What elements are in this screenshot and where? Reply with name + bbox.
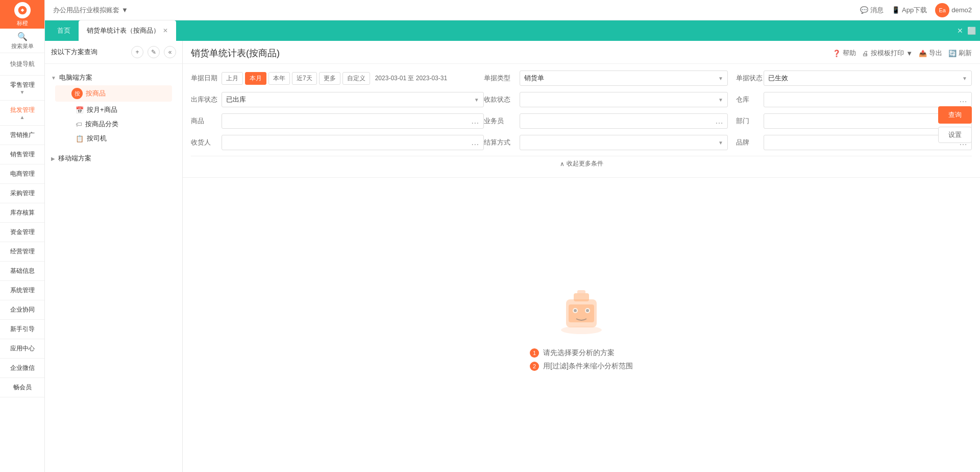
print-btn[interactable]: 🖨 按模板打印 ▼ <box>862 49 913 58</box>
sidebar-item-sales[interactable]: 销售管理 <box>0 145 45 164</box>
receipt-status-label: 收款状态 <box>484 95 520 104</box>
finance-label: 资金管理 <box>10 228 35 237</box>
tree-item-by-driver[interactable]: 📋 按司机 <box>51 131 176 146</box>
left-panel-tools: + ✎ « <box>131 46 176 58</box>
edit-scheme-btn[interactable]: ✎ <box>148 46 160 58</box>
tree-item-by-product[interactable]: 按 按商品 <box>55 85 172 102</box>
sidebar-item-inventory[interactable]: 库存核算 <box>0 203 45 223</box>
search-menu-item[interactable]: 🔍 搜索菜单 <box>0 29 45 53</box>
month-product-icon: 📅 <box>76 106 84 114</box>
salesperson-input[interactable]: … <box>520 113 728 129</box>
sidebar-item-marketing[interactable]: 营销推广 <box>0 126 45 145</box>
sidebar-item-finance[interactable]: 资金管理 <box>0 223 45 242</box>
doc-type-select[interactable]: 销货单 ▼ <box>520 70 728 86</box>
sidebar-item-wechat[interactable]: 企业微信 <box>0 359 45 378</box>
left-panel-header: 按以下方案查询 + ✎ « <box>45 41 182 64</box>
sidebar-item-basic[interactable]: 基础信息 <box>0 262 45 281</box>
quick-nav-item[interactable]: 快捷导航 <box>0 53 45 76</box>
tree-item-by-month-product[interactable]: 📅 按月+商品 <box>51 103 176 117</box>
sidebar-item-purchase[interactable]: 采购管理 <box>0 184 45 203</box>
logo-text: 标橙 <box>17 19 28 27</box>
sidebar-item-enterprise[interactable]: 企业协同 <box>0 300 45 320</box>
add-scheme-btn[interactable]: + <box>131 46 143 58</box>
search-icon: 🔍 <box>17 32 28 41</box>
receiver-input[interactable]: … <box>222 135 484 150</box>
left-panel: 按以下方案查询 + ✎ « ▼ 电脑端方案 按 按商品 <box>45 41 183 472</box>
doc-status-arrow-icon: ▼ <box>962 76 967 81</box>
sidebar-item-guide[interactable]: 新手引导 <box>0 320 45 339</box>
collapse-arrow-icon: ∧ <box>560 160 565 168</box>
date-label: 单据日期 <box>191 74 222 83</box>
mobile-section: ▶ 移动端方案 <box>45 149 182 168</box>
help-btn[interactable]: ❓ 帮助 <box>832 49 856 58</box>
last-7days-btn[interactable]: 近7天 <box>292 72 317 85</box>
message-btn[interactable]: 💬 消息 <box>860 6 884 15</box>
refresh-btn[interactable]: 🔄 刷新 <box>948 49 972 58</box>
logo-icon <box>14 2 31 18</box>
export-btn[interactable]: 📤 导出 <box>919 49 942 58</box>
tab-close-window-icon[interactable]: ✕ <box>957 27 963 35</box>
payment-label: 结算方式 <box>484 138 520 147</box>
pc-group: ▼ 电脑端方案 按 按商品 📅 按月+商品 🏷 按商品分类 <box>45 68 182 149</box>
out-status-select[interactable]: 已出库 ▼ <box>222 92 484 107</box>
product-input[interactable]: … <box>222 113 484 129</box>
sidebar: 标橙 🔍 搜索菜单 快捷导航 零售管理 ▼ 批发管理 ▲ 营销推广 销售管理 电… <box>0 0 45 472</box>
doc-status-select[interactable]: 已生效 ▼ <box>764 70 972 86</box>
setting-button[interactable]: 设置 <box>938 127 972 143</box>
payment-select[interactable]: ▼ <box>520 135 728 150</box>
tab-sales-stats-label: 销货单统计表（按商品） <box>87 26 160 35</box>
sidebar-item-apps[interactable]: 应用中心 <box>0 339 45 359</box>
this-year-btn[interactable]: 本年 <box>268 72 290 85</box>
tab-home[interactable]: 首页 <box>49 20 79 41</box>
sidebar-item-member[interactable]: 畅会员 <box>0 378 45 397</box>
enterprise-label: 企业协同 <box>10 305 35 314</box>
doc-status-filter: 单据状态 已生效 ▼ <box>728 70 972 86</box>
empty-tip-2: 2 用[过滤]条件来缩小分析范围 <box>530 362 633 371</box>
collapse-bar[interactable]: ∧ 收起更多条件 <box>191 156 972 171</box>
sidebar-item-wholesale[interactable]: 批发管理 ▲ <box>0 101 45 126</box>
topbar-left: 办公用品行业模拟账套 ▼ <box>53 6 128 15</box>
purchase-label: 采购管理 <box>10 189 35 198</box>
sidebar-item-operations[interactable]: 经营管理 <box>0 242 45 262</box>
payment-arrow-icon: ▼ <box>718 140 723 146</box>
collapse-panel-btn[interactable]: « <box>164 46 176 58</box>
tab-close-icon[interactable]: ✕ <box>163 27 168 34</box>
more-date-btn[interactable]: 更多 <box>319 72 340 85</box>
custom-date-btn[interactable]: 自定义 <box>342 72 370 85</box>
query-button[interactable]: 查询 <box>938 106 972 124</box>
pc-group-header[interactable]: ▼ 电脑端方案 <box>51 71 176 84</box>
inventory-label: 库存核算 <box>10 208 35 217</box>
tree-item-by-category[interactable]: 🏷 按商品分类 <box>51 117 176 131</box>
warehouse-input[interactable]: … <box>764 92 972 107</box>
mobile-group-header[interactable]: ▶ 移动端方案 <box>51 152 176 165</box>
receipt-status-filter: 收款状态 ▼ <box>484 91 728 108</box>
out-status-value: 已出库 <box>226 95 246 104</box>
out-status-arrow-icon: ▼ <box>474 97 479 103</box>
industry-name: 办公用品行业模拟账套 <box>53 6 119 15</box>
mobile-arrow-icon: ▶ <box>51 156 55 161</box>
sidebar-item-retail[interactable]: 零售管理 ▼ <box>0 76 45 101</box>
date-range: 2023-03-01 至 2023-03-31 <box>375 74 447 83</box>
right-panel-header: 销货单统计表(按商品) ❓ 帮助 🖨 按模板打印 ▼ 📤 导出 <box>183 41 980 64</box>
industry-selector[interactable]: 办公用品行业模拟账套 ▼ <box>53 6 128 15</box>
svg-rect-3 <box>569 304 594 322</box>
print-icon: 🖨 <box>862 50 869 57</box>
empty-state: 1 请先选择要分析的方案 2 用[过滤]条件来缩小分析范围 <box>183 178 980 472</box>
user-menu[interactable]: Ea demo2 <box>935 3 972 17</box>
tab-sales-stats[interactable]: 销货单统计表（按商品） ✕ <box>79 20 176 41</box>
category-icon: 🏷 <box>76 121 82 128</box>
doc-type-label: 单据类型 <box>484 74 520 83</box>
receiver-filter: 收货人 … <box>191 134 484 151</box>
this-month-btn[interactable]: 本月 <box>245 72 266 85</box>
tab-maximize-icon[interactable]: ⬜ <box>967 27 976 35</box>
app-download-btn[interactable]: 📱 App下载 <box>892 6 927 15</box>
sidebar-item-system[interactable]: 系统管理 <box>0 281 45 300</box>
pc-group-arrow-icon: ▼ <box>51 75 56 81</box>
receipt-status-select[interactable]: ▼ <box>520 92 728 107</box>
last-month-btn[interactable]: 上月 <box>222 72 243 85</box>
product-dots-icon: … <box>471 116 479 126</box>
mobile-label: 移动端方案 <box>58 154 91 163</box>
sidebar-logo[interactable]: 标橙 <box>0 0 45 29</box>
sidebar-item-ecommerce[interactable]: 电商管理 <box>0 164 45 184</box>
payment-filter: 结算方式 ▼ <box>484 134 728 151</box>
